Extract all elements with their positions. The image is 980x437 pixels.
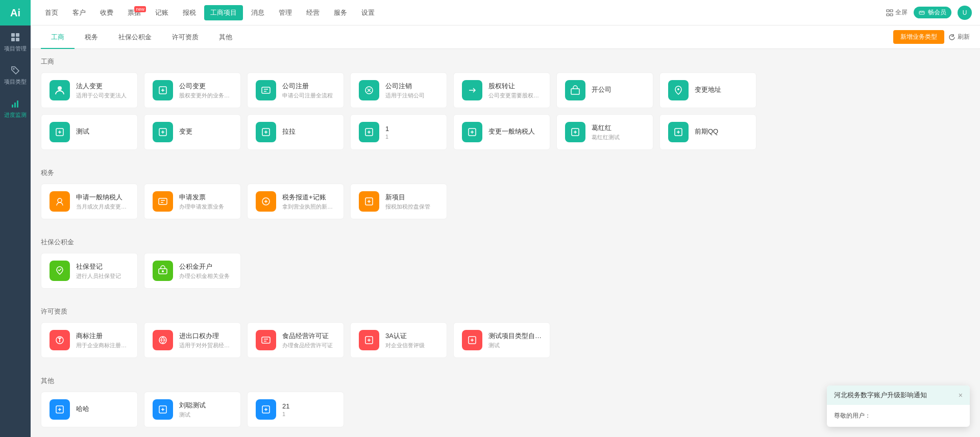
card-company-change[interactable]: 公司变更 股权变更外的业务变更 bbox=[144, 72, 241, 108]
svg-rect-7 bbox=[17, 100, 18, 108]
card-icon-fund bbox=[153, 261, 173, 281]
card-title-one: 1 bbox=[385, 125, 438, 133]
card-change2[interactable]: 变更 bbox=[144, 114, 241, 150]
card-icon-legal bbox=[50, 80, 70, 100]
vip-button[interactable]: 畅会员 bbox=[914, 7, 951, 18]
svg-rect-15 bbox=[262, 87, 270, 93]
card-apply-invoice[interactable]: 申请发票 办理申请发票业务 bbox=[144, 184, 241, 219]
nav-tax[interactable]: 报税 bbox=[177, 5, 202, 20]
nav-home[interactable]: 首页 bbox=[39, 5, 64, 20]
card-icon-change2 bbox=[153, 122, 173, 142]
card-title-trademark: 商标注册 bbox=[76, 331, 129, 341]
card-icon-test bbox=[50, 122, 70, 142]
section-industry-commerce: 工商 法人变更 适用于公司变更法人 bbox=[31, 49, 980, 160]
card-text-tax-report: 税务报道+记账 拿到营业执照的新公司 bbox=[282, 193, 335, 211]
card-trademark[interactable]: 商标注册 用于企业商标注册服务 bbox=[41, 322, 138, 358]
card-import-export[interactable]: 进出口权办理 适用于对外贸易经营者 bbox=[144, 322, 241, 358]
card-desc-custom: 测试 bbox=[488, 342, 542, 349]
tabs-actions: 新增业务类型 刷新 bbox=[893, 30, 970, 44]
card-qq[interactable]: 前期QQ bbox=[659, 114, 756, 150]
card-title-general-taxpayer: 变更一般纳税人 bbox=[488, 127, 542, 136]
card-title-transfer: 股权转让 bbox=[488, 82, 542, 91]
card-text-lc: 刘聪测试 测试 bbox=[179, 401, 232, 419]
card-new-project[interactable]: 新项目 报税加税控盘保管 bbox=[350, 184, 447, 219]
nav-operation[interactable]: 经营 bbox=[300, 5, 326, 20]
card-one[interactable]: 1 1 bbox=[350, 114, 447, 150]
card-icon-lc bbox=[153, 399, 173, 420]
card-desc-ge: 葛红红测试 bbox=[592, 134, 645, 141]
grid-icon bbox=[10, 32, 21, 43]
tab-industry-commerce[interactable]: 工商 bbox=[41, 25, 75, 49]
card-ge-honghong[interactable]: 葛红红 葛红红测试 bbox=[556, 114, 653, 150]
nav-service[interactable]: 服务 bbox=[328, 5, 353, 20]
card-21[interactable]: 21 1 bbox=[247, 392, 344, 427]
tab-social-insurance[interactable]: 社保公积金 bbox=[108, 25, 162, 49]
card-company-register[interactable]: 公司注册 申请公司注册全流程 bbox=[247, 72, 344, 108]
card-title-food: 食品经营许可证 bbox=[282, 331, 335, 341]
card-title-fund: 公积金开户 bbox=[179, 262, 232, 271]
card-food-license[interactable]: 食品经营许可证 办理食品经营许可证 bbox=[247, 322, 344, 358]
nav-message[interactable]: 消息 bbox=[245, 5, 271, 20]
social-cards-grid: 社保登记 进行人员社保登记 公积金开户 办理公积金相关业务 bbox=[41, 253, 970, 289]
card-desc-transfer: 公司变更需要股权转让 bbox=[488, 92, 542, 99]
card-open-company[interactable]: 开公司 bbox=[556, 72, 653, 108]
card-title-company-change: 公司变更 bbox=[179, 82, 232, 91]
card-icon-ie bbox=[153, 330, 173, 350]
card-text-lala: 拉拉 bbox=[282, 127, 335, 137]
card-custom-type[interactable]: 测试项目类型自定义 测试 bbox=[453, 322, 550, 358]
svg-rect-9 bbox=[890, 10, 893, 12]
notification-header: 河北税务数字账户升级影响通知 × bbox=[827, 385, 970, 405]
sidebar-item-project-management[interactable]: 项目管理 bbox=[0, 25, 31, 59]
card-icon-open bbox=[565, 80, 585, 100]
card-test[interactable]: 测试 bbox=[41, 114, 138, 150]
nav-manage[interactable]: 管理 bbox=[273, 5, 298, 20]
nav-settings[interactable]: 设置 bbox=[355, 5, 381, 20]
card-equity-transfer[interactable]: 股权转让 公司变更需要股权转让 bbox=[453, 72, 550, 108]
sidebar-items: 项目管理 项目类型 进度监测 bbox=[0, 25, 31, 125]
nav-tickets[interactable]: 票据 new bbox=[121, 5, 147, 20]
card-change-general-taxpayer[interactable]: 变更一般纳税人 bbox=[453, 114, 550, 150]
card-title-new-project: 新项目 bbox=[385, 193, 438, 202]
card-3a-cert[interactable]: 3A认证 对企业信誉评级 bbox=[350, 322, 447, 358]
card-text-invoice: 申请发票 办理申请发票业务 bbox=[179, 193, 232, 211]
card-text-transfer: 股权转让 公司变更需要股权转让 bbox=[488, 82, 542, 99]
card-desc-register: 申请公司注册全流程 bbox=[282, 92, 335, 99]
card-lala[interactable]: 拉拉 bbox=[247, 114, 344, 150]
card-text-social-reg: 社保登记 进行人员社保登记 bbox=[76, 262, 129, 280]
card-text-trademark: 商标注册 用于企业商标注册服务 bbox=[76, 331, 129, 349]
svg-rect-0 bbox=[11, 33, 15, 37]
notification-close-btn[interactable]: × bbox=[959, 391, 963, 399]
svg-rect-1 bbox=[16, 33, 19, 37]
card-desc-3a: 对企业信誉评级 bbox=[385, 342, 438, 349]
card-liucong-test[interactable]: 刘聪测试 测试 bbox=[144, 392, 241, 427]
user-avatar[interactable]: U bbox=[958, 6, 972, 20]
tab-tax[interactable]: 税务 bbox=[75, 25, 108, 49]
fullscreen-label: 全屏 bbox=[895, 8, 908, 17]
sidebar-item-progress[interactable]: 进度监测 bbox=[0, 92, 31, 125]
card-legal-person-change[interactable]: 法人变更 适用于公司变更法人 bbox=[41, 72, 138, 108]
card-desc-new-project: 报税加税控盘保管 bbox=[385, 203, 438, 211]
sidebar-item-project-type[interactable]: 项目类型 bbox=[0, 59, 31, 92]
nav-bizproject[interactable]: 工商项目 bbox=[204, 5, 243, 20]
license-cards-grid: 商标注册 用于企业商标注册服务 进出口权办理 适用于对外贸易经营者 bbox=[41, 322, 970, 358]
card-title-haha: 哈哈 bbox=[76, 404, 129, 414]
nav-billing[interactable]: 收费 bbox=[94, 5, 119, 20]
nav-customer[interactable]: 客户 bbox=[66, 5, 92, 20]
card-change-address[interactable]: 变更地址 bbox=[659, 72, 756, 108]
nav-accounting[interactable]: 记账 bbox=[149, 5, 175, 20]
card-haha[interactable]: 哈哈 bbox=[41, 392, 138, 427]
notification-title: 河北税务数字账户升级影响通知 bbox=[834, 391, 927, 400]
card-tax-report[interactable]: 税务报道+记账 拿到营业执照的新公司 bbox=[247, 184, 344, 219]
card-company-cancel[interactable]: 公司注销 适用于注销公司 bbox=[350, 72, 447, 108]
tab-other[interactable]: 其他 bbox=[209, 25, 242, 49]
card-fund-account[interactable]: 公积金开户 办理公积金相关业务 bbox=[144, 253, 241, 289]
card-social-register[interactable]: 社保登记 进行人员社保登记 bbox=[41, 253, 138, 289]
refresh-button[interactable]: 刷新 bbox=[948, 33, 970, 41]
sidebar-item-project-type-label: 项目类型 bbox=[4, 78, 27, 86]
tab-license[interactable]: 许可资质 bbox=[162, 25, 209, 49]
card-apply-general-taxpayer[interactable]: 申请一般纳税人 当月或次月成变更完成 bbox=[41, 184, 138, 219]
fullscreen-btn[interactable]: 全屏 bbox=[886, 8, 908, 17]
svg-rect-8 bbox=[887, 10, 889, 12]
card-desc-ie: 适用于对外贸易经营者 bbox=[179, 342, 232, 349]
new-type-button[interactable]: 新增业务类型 bbox=[893, 30, 944, 44]
